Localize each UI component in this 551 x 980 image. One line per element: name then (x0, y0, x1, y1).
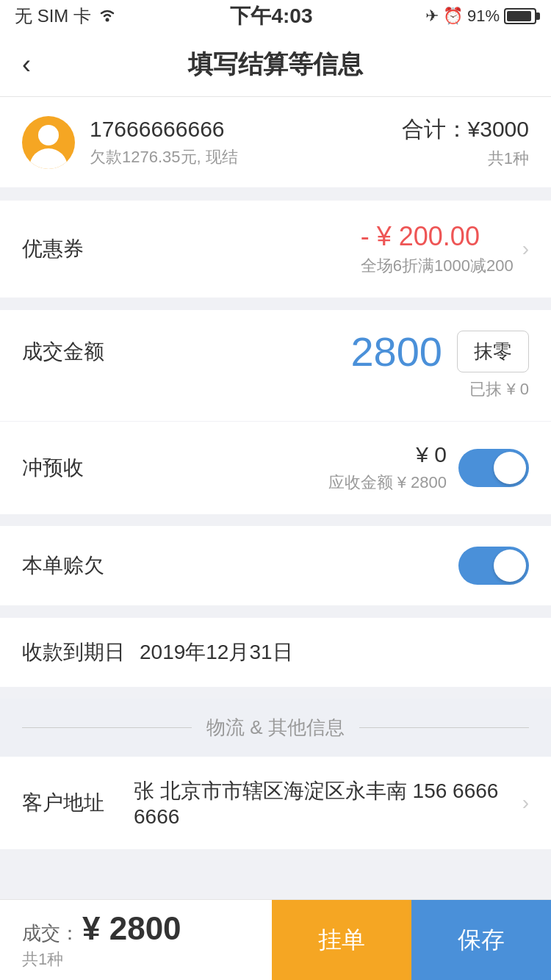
debt-row: 本单赊欠 (0, 526, 551, 606)
nav-bar: ‹ 填写结算等信息 (0, 32, 551, 97)
precollect-section: 冲预收 ¥ 0 应收金额 ¥ 2800 (0, 422, 551, 514)
footer: 成交： ¥ 2800 共1种 挂单 保存 (0, 899, 551, 980)
logistics-line-left (22, 727, 192, 728)
customer-info: 17666666666 欠款1276.35元, 现结 (90, 117, 238, 168)
svg-point-0 (106, 18, 109, 22)
due-date-value: 2019年12月31日 (140, 638, 293, 666)
status-right: ✈ ⏰ 91% (425, 7, 536, 26)
back-button[interactable]: ‹ (22, 49, 31, 80)
customer-phone: 17666666666 (90, 117, 238, 142)
footer-left: 成交： ¥ 2800 共1种 (0, 910, 272, 970)
logistics-line-right (359, 727, 529, 728)
deal-label: 成交金额 (22, 338, 104, 366)
location-icon: ✈ (425, 7, 439, 26)
precollect-amount-area: ¥ 0 应收金额 ¥ 2800 (328, 442, 447, 494)
battery-percent: 91% (467, 7, 500, 26)
footer-deal-row: 成交： ¥ 2800 (22, 910, 250, 947)
coupon-desc: 全场6折满1000减200 (361, 255, 514, 277)
total-amount: 合计：¥3000 (402, 115, 529, 145)
address-row[interactable]: 客户地址 张 北京市市辖区海淀区永丰南 156 6666 6666 › (0, 757, 551, 849)
debt-toggle-thumb (494, 550, 526, 582)
footer-amount: ¥ 2800 (82, 910, 181, 947)
deal-amount-section: 成交金额 2800 抹零 已抹 ¥ 0 (0, 310, 551, 422)
address-chevron-icon: › (522, 791, 529, 815)
logistics-text: 物流 & 其他信息 (206, 715, 345, 741)
deal-amount-area: 2800 抹零 (350, 331, 529, 372)
deal-amount-row: 成交金额 2800 抹零 (22, 331, 529, 372)
section-gap-4 (0, 606, 551, 618)
status-time: 下午4:03 (230, 2, 312, 30)
precollect-top: 冲预收 ¥ 0 应收金额 ¥ 2800 (22, 442, 529, 494)
alarm-icon: ⏰ (443, 7, 463, 26)
customer-card: 17666666666 欠款1276.35元, 现结 合计：¥3000 共1种 (0, 97, 551, 187)
total-count: 共1种 (402, 148, 529, 170)
precollect-toggle[interactable] (458, 449, 529, 487)
sim-status: 无 SIM 卡 (15, 4, 91, 28)
address-label: 客户地址 (22, 789, 104, 817)
precollect-amount: ¥ 0 (328, 442, 447, 467)
section-gap-2 (0, 298, 551, 310)
customer-right: 合计：¥3000 共1种 (402, 115, 529, 170)
deal-amount-value: 2800 (350, 331, 442, 372)
toggle-thumb (494, 452, 526, 484)
precollect-label: 冲预收 (22, 454, 84, 482)
customer-debt: 欠款1276.35元, 现结 (90, 146, 238, 168)
avatar (22, 116, 75, 169)
section-gap-5 (0, 687, 551, 699)
customer-left: 17666666666 欠款1276.35元, 现结 (22, 116, 238, 169)
section-gap-3 (0, 514, 551, 526)
debt-label: 本单赊欠 (22, 552, 104, 580)
precollect-right: ¥ 0 应收金额 ¥ 2800 (328, 442, 529, 494)
due-date-row: 收款到期日 2019年12月31日 (0, 618, 551, 687)
page-title: 填写结算等信息 (188, 48, 363, 82)
address-content: 张 北京市市辖区海淀区永丰南 156 6666 6666 (119, 777, 508, 829)
coupon-row[interactable]: 优惠券 - ¥ 200.00 全场6折满1000减200 › (0, 201, 551, 298)
round-zero-button[interactable]: 抹零 (457, 331, 529, 372)
precollect-sub: 应收金额 ¥ 2800 (328, 472, 447, 494)
wifi-icon (97, 6, 118, 26)
deal-sub: 已抹 ¥ 0 (22, 378, 529, 400)
status-left: 无 SIM 卡 (15, 4, 118, 28)
coupon-info: - ¥ 200.00 全场6折满1000减200 (361, 221, 514, 277)
hang-order-button[interactable]: 挂单 (272, 900, 411, 981)
save-button[interactable]: 保存 (411, 900, 551, 981)
due-label: 收款到期日 (22, 638, 125, 666)
battery-icon (504, 8, 536, 24)
logistics-header: 物流 & 其他信息 (0, 699, 551, 757)
footer-count: 共1种 (22, 948, 250, 970)
coupon-chevron-icon: › (522, 237, 529, 261)
coupon-label: 优惠券 (22, 235, 84, 263)
coupon-right: - ¥ 200.00 全场6折满1000减200 › (361, 221, 529, 277)
status-bar: 无 SIM 卡 下午4:03 ✈ ⏰ 91% (0, 0, 551, 32)
debt-toggle[interactable] (458, 547, 529, 585)
section-gap-1 (0, 189, 551, 201)
coupon-amount: - ¥ 200.00 (361, 221, 514, 252)
footer-deal-label: 成交： (22, 920, 79, 946)
